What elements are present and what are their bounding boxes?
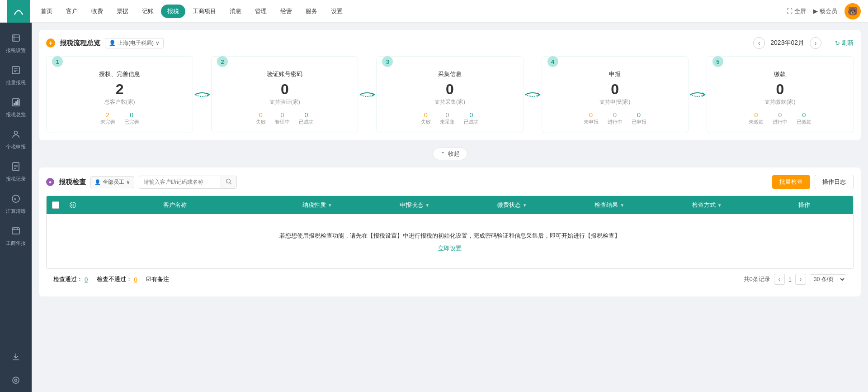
sidebar-label-individual-tax: 个税申报 xyxy=(6,143,26,150)
sidebar-item-tax-settings[interactable]: 报税设置 xyxy=(0,26,32,58)
stat-label-1-1: 已完善 xyxy=(124,119,139,125)
nav-tax[interactable]: 报税 xyxy=(161,5,185,18)
nav-fee[interactable]: 收费 xyxy=(85,5,109,18)
stat-num-3-1: 0 xyxy=(440,111,455,119)
step-count-4: 0 xyxy=(547,82,683,96)
employee-chevron-icon: ∨ xyxy=(126,179,130,185)
nav-client[interactable]: 客户 xyxy=(60,5,84,18)
th-operation: 操作 xyxy=(756,201,854,209)
check-result-filter-icon[interactable]: ▼ xyxy=(620,203,624,208)
step-stats-3: 0 失败 0 未采集 0 已成功 xyxy=(382,111,517,125)
nav-settings[interactable]: 设置 xyxy=(325,5,349,18)
avatar[interactable]: 🐻 xyxy=(844,3,861,19)
step-num-3: 3 xyxy=(382,56,393,67)
stat-label-3-0: 失败 xyxy=(421,119,431,125)
step-card-2: 2 验证账号密码 0 支持验证(家) 0 失败 0 验证中 xyxy=(211,56,358,133)
next-month-btn[interactable]: › xyxy=(810,37,821,49)
step-card-1: 1 授权、完善信息 2 总客户数(家) 2 未完善 0 已完善 xyxy=(46,56,193,133)
sidebar-item-annual-report[interactable]: 工商年报 xyxy=(0,219,32,251)
stat-num-2-1: 0 xyxy=(275,111,290,119)
nav-service[interactable]: 服务 xyxy=(299,5,324,18)
step-stats-4: 0 未申报 0 进行中 0 已申报 xyxy=(547,111,683,125)
employee-filter-label: 全部员工 xyxy=(103,178,124,186)
sidebar-item-individual-tax[interactable]: 个税申报 xyxy=(0,123,32,155)
collapse-btn[interactable]: ⌃ 收起 xyxy=(433,148,467,160)
page-num: 1 xyxy=(788,276,792,283)
nav-manage[interactable]: 管理 xyxy=(249,5,273,18)
declare-status-filter-icon[interactable]: ▼ xyxy=(425,203,429,208)
search-input[interactable] xyxy=(139,177,221,187)
check-method-filter-icon[interactable]: ▼ xyxy=(717,203,722,208)
th-declare-status: 申报状态 ▼ xyxy=(366,201,464,209)
prev-page-btn[interactable]: ‹ xyxy=(774,274,785,285)
sidebar-item-settlement[interactable]: ¥ 汇算清缴 xyxy=(0,187,32,219)
sidebar-item-tax-overview[interactable]: 报税总览 xyxy=(0,91,32,123)
stat-label-3-1: 未采集 xyxy=(440,119,455,125)
operation-log-button[interactable]: 操作日志 xyxy=(815,175,854,189)
sidebar-label-tax-overview: 报税总览 xyxy=(6,111,26,118)
check-fail-value[interactable]: 0 xyxy=(134,276,137,283)
refresh-btn[interactable]: ↻ 刷新 xyxy=(835,39,854,47)
step-arrow-1 xyxy=(193,56,211,133)
member-btn[interactable]: ▶ 畅会员 xyxy=(813,7,837,15)
prev-month-btn[interactable]: ‹ xyxy=(753,37,765,49)
th-pay-status: 缴费状态 ▼ xyxy=(463,201,561,209)
next-page-btn[interactable]: › xyxy=(795,274,806,285)
svg-text:¥: ¥ xyxy=(14,197,17,201)
stat-5-1: 0 进行中 xyxy=(773,111,788,125)
step-count-1: 2 xyxy=(52,82,187,96)
search-button[interactable] xyxy=(221,176,236,188)
fullscreen-icon: ⛶ xyxy=(787,8,793,14)
batch-check-button[interactable]: 批量检查 xyxy=(772,175,810,189)
header-checkbox[interactable] xyxy=(52,201,59,209)
employee-select[interactable]: 👤 全部员工 ∨ xyxy=(90,176,134,188)
check-pass-value[interactable]: 0 xyxy=(85,276,88,283)
check-fail-label: 检查不通过： xyxy=(97,275,132,283)
nav-message[interactable]: 消息 xyxy=(223,5,248,18)
svg-point-23 xyxy=(13,377,19,383)
tax-nature-filter-icon[interactable]: ▼ xyxy=(328,203,332,208)
has-note-label: ☑有备注 xyxy=(146,275,169,283)
location-badge[interactable]: 👤 上海(电子税局) ∨ xyxy=(105,38,164,48)
nav-accounting[interactable]: 记账 xyxy=(136,5,160,18)
step-title-3: 采集信息 xyxy=(382,70,517,78)
step-num-2: 2 xyxy=(217,56,228,67)
step-title-2: 验证账号密码 xyxy=(217,70,352,78)
th-gear[interactable] xyxy=(65,201,81,209)
step-arrow-3 xyxy=(524,56,542,133)
stat-label-3-2: 已成功 xyxy=(464,119,479,125)
table-empty-message: 若您想使用报税检查功能，请先在【报税设置】中进行报税的初始化设置，完成密码验证和… xyxy=(279,230,620,242)
sidebar-item-tool[interactable] xyxy=(0,368,32,392)
tool-icon xyxy=(9,373,23,387)
pay-status-filter-icon[interactable]: ▼ xyxy=(523,203,527,208)
process-overview-card: + 报税流程总览 👤 上海(电子税局) ∨ ‹ 2023年02月 › ↻ 刷新 xyxy=(39,30,861,140)
step-title-1: 授权、完善信息 xyxy=(52,70,187,78)
step-subtitle-5: 支持缴款(家) xyxy=(712,98,848,106)
step-count-2: 0 xyxy=(217,82,352,96)
main-layout: 报税设置 批量报税 报税总览 xyxy=(0,23,868,392)
sidebar-item-download[interactable] xyxy=(0,345,32,368)
check-pass-stat: 检查通过： 0 xyxy=(53,275,88,283)
individual-tax-icon xyxy=(9,127,23,142)
page-size-select[interactable]: 30 条/页 50 条/页 100 条/页 xyxy=(810,274,846,284)
nav-invoice[interactable]: 票据 xyxy=(110,5,135,18)
month-text: 2023年02月 xyxy=(770,39,804,47)
svg-rect-9 xyxy=(15,101,17,105)
th-tax-nature: 纳税性质 ▼ xyxy=(269,201,366,209)
nav-home[interactable]: 首页 xyxy=(34,5,59,18)
process-steps: 1 授权、完善信息 2 总客户数(家) 2 未完善 0 已完善 xyxy=(46,56,854,133)
nav-operation[interactable]: 经营 xyxy=(274,5,298,18)
fullscreen-btn[interactable]: ⛶ 全屏 xyxy=(787,7,806,15)
sidebar-item-batch-tax[interactable]: 批量报税 xyxy=(0,58,32,91)
setup-link[interactable]: 立即设置 xyxy=(438,244,462,253)
step-stats-2: 0 失败 0 验证中 0 已成功 xyxy=(217,111,352,125)
stat-label-5-2: 已缴款 xyxy=(797,119,811,125)
member-label: 畅会员 xyxy=(820,7,837,15)
svg-rect-8 xyxy=(14,103,15,105)
sidebar-item-tax-records[interactable]: 报税记录 xyxy=(0,155,32,187)
stat-num-2-0: 0 xyxy=(256,111,266,119)
stat-num-3-2: 0 xyxy=(464,111,479,119)
nav-business[interactable]: 工商项目 xyxy=(186,5,222,18)
nav-menu: 首页 客户 收费 票据 记账 报税 工商项目 消息 管理 经营 服务 设置 xyxy=(34,5,787,18)
th-checkbox[interactable] xyxy=(47,201,65,209)
